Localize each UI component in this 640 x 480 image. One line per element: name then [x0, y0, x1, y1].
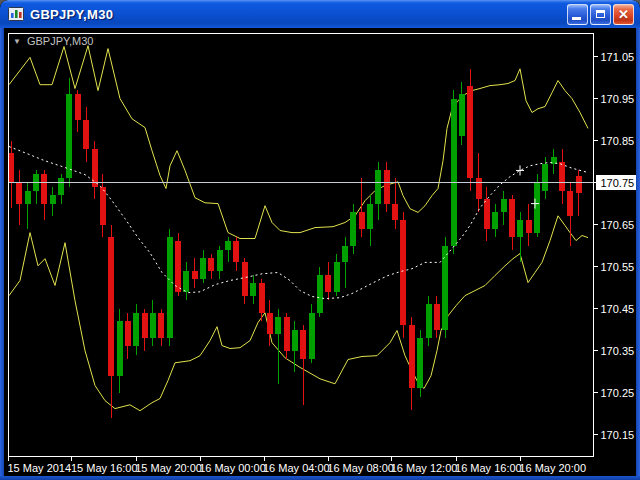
price-tick-label: 170.35	[601, 345, 635, 357]
maximize-icon	[596, 10, 605, 18]
candle-bearish	[267, 313, 273, 334]
candle-bullish	[309, 313, 315, 359]
candle-bullish	[217, 250, 223, 271]
time-scale[interactable]: 15 May 201415 May 16:0015 May 20:0016 Ma…	[8, 457, 587, 474]
candle-bullish	[317, 275, 323, 313]
candle-bullish	[250, 283, 256, 296]
chart-client-area[interactable]: 171.05170.95170.85170.75170.65170.55170.…	[0, 28, 640, 480]
time-tick-label: 15 May 16:00	[71, 462, 138, 474]
price-tick-label: 170.65	[601, 219, 635, 231]
candle-bearish	[158, 313, 164, 338]
time-tick-label: 16 May 20:00	[519, 462, 586, 474]
time-tick-label: 15 May 2014	[8, 462, 72, 474]
candle-bullish	[225, 241, 231, 249]
candle-bearish	[125, 321, 131, 346]
time-tick-label: 15 May 20:00	[135, 462, 202, 474]
symbol-text: GBPJPY,M30	[27, 35, 93, 47]
candle-bearish	[300, 330, 306, 359]
candle-bullish	[451, 99, 457, 246]
candle-bullish	[25, 191, 31, 204]
window-controls: ✕	[567, 4, 634, 25]
candle-bearish	[92, 149, 98, 187]
minimize-button[interactable]	[567, 4, 588, 25]
price-chart[interactable]: 171.05170.95170.85170.75170.65170.55170.…	[0, 28, 640, 480]
maximize-button[interactable]	[590, 4, 611, 25]
candle-bearish	[233, 241, 239, 262]
candle-bullish	[334, 262, 340, 291]
candle-bearish	[100, 187, 106, 225]
candle-bearish	[400, 220, 406, 325]
candle-bearish	[409, 325, 415, 388]
close-button[interactable]: ✕	[613, 4, 634, 25]
price-tick-label: 170.55	[601, 261, 635, 273]
candle-bearish	[83, 120, 89, 149]
candle-bearish	[359, 212, 365, 229]
candle-bullish	[133, 313, 139, 347]
candle-bearish	[175, 241, 181, 291]
chevron-down-icon: ▼	[13, 37, 21, 46]
candle-bearish	[484, 199, 490, 228]
candle-bearish	[142, 313, 148, 338]
plot-layer	[8, 46, 594, 418]
candle-bullish	[150, 313, 156, 338]
candle-bullish	[367, 204, 373, 229]
candle-bullish	[375, 170, 381, 204]
candle-bullish	[117, 321, 123, 376]
candle-bullish	[200, 258, 206, 279]
candle-bearish	[325, 275, 331, 292]
candle-bullish	[459, 94, 465, 136]
candle-bearish	[242, 262, 248, 296]
candle-bullish	[517, 220, 523, 237]
price-tick-label: 171.05	[601, 51, 635, 63]
candle-bullish	[66, 94, 72, 178]
candle-bearish	[434, 304, 440, 329]
candle-bullish	[542, 164, 548, 191]
candle-bearish	[509, 199, 515, 237]
price-tick-label: 170.25	[601, 387, 635, 399]
candle-bullish	[492, 212, 498, 229]
title-bar[interactable]: GBPJPY,M30 ✕	[0, 0, 640, 28]
candle-bearish	[526, 220, 532, 233]
chart-frame	[9, 34, 594, 457]
candle-bullish	[342, 246, 348, 263]
candle-bullish	[58, 178, 64, 195]
candle-bullish	[426, 304, 432, 338]
time-tick-label: 16 May 08:00	[327, 462, 394, 474]
window-title: GBPJPY,M30	[30, 7, 567, 22]
candle-bearish	[41, 174, 47, 203]
price-scale[interactable]: 171.05170.95170.85170.75170.65170.55170.…	[594, 51, 638, 441]
candle-bearish	[476, 178, 482, 199]
candle-bearish	[559, 162, 565, 191]
candle-bearish	[467, 86, 473, 178]
candle-bearish	[108, 237, 114, 376]
candle-bearish	[16, 183, 22, 204]
chart-app-icon	[8, 6, 25, 22]
candle-bullish	[417, 338, 423, 388]
candle-bearish	[259, 283, 265, 312]
candle-bearish	[384, 170, 390, 204]
time-tick-label: 16 May 12:00	[391, 462, 458, 474]
candle-bearish	[392, 204, 398, 221]
candle-bullish	[350, 212, 356, 246]
close-icon: ✕	[618, 8, 629, 21]
window-border-left	[0, 28, 4, 480]
candle-bullish	[292, 330, 298, 351]
price-tick-label: 170.85	[601, 135, 635, 147]
candle-bullish	[183, 271, 189, 292]
chart-symbol-label[interactable]: ▼GBPJPY,M30	[13, 35, 93, 47]
candle-bullish	[50, 195, 56, 203]
price-tick-label: 170.95	[601, 93, 635, 105]
time-tick-label: 16 May 00:00	[199, 462, 266, 474]
candle-bullish	[167, 237, 173, 338]
bollinger-lower-band-line	[9, 216, 588, 411]
candle-bearish	[567, 191, 573, 216]
candle-bullish	[275, 317, 281, 334]
candle-bearish	[284, 317, 290, 351]
candle-bearish	[576, 176, 582, 193]
price-tick-label: 170.45	[601, 303, 635, 315]
candle-bearish	[192, 271, 198, 279]
price-tick-label: 170.15	[601, 429, 635, 441]
candle-bearish	[75, 94, 81, 119]
minimize-icon	[572, 17, 581, 20]
bid-price-label: 170.75	[601, 177, 635, 189]
